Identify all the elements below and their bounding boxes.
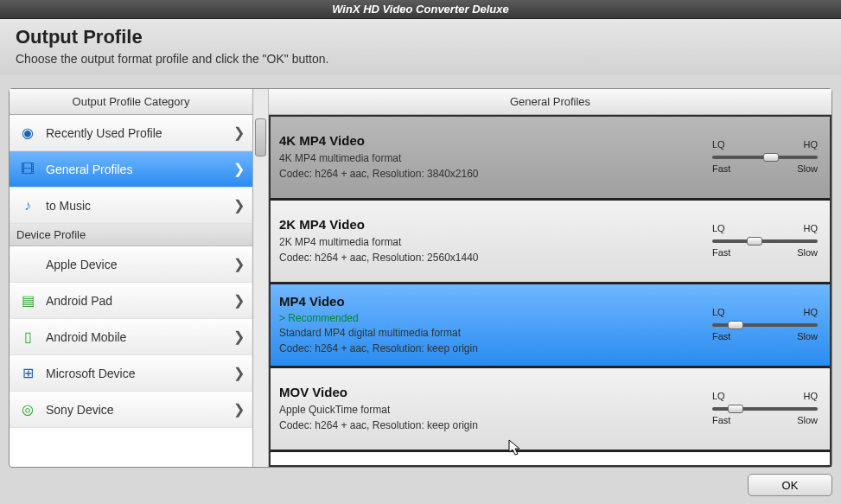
slider-thumb[interactable] <box>728 321 743 329</box>
chevron-right-icon: ❯ <box>233 296 244 306</box>
sidebar-item-label: Recently Used Profile <box>46 126 233 140</box>
slider-thumb[interactable] <box>747 237 762 246</box>
quality-control: LQHQ FastSlow <box>700 117 830 198</box>
sidebar-item-general-profiles[interactable]: 🎞 General Profiles ❯ <box>10 151 252 188</box>
lq-label: LQ <box>712 391 725 401</box>
hq-label: HQ <box>804 139 819 150</box>
hq-label: HQ <box>804 223 819 233</box>
sidebar-scrollbar[interactable] <box>253 89 269 467</box>
slow-label: Slow <box>797 331 818 341</box>
profile-4k-mp4-video[interactable]: 4K MP4 Video 4K MP4 multimedia formatCod… <box>271 117 830 201</box>
chevron-right-icon: ❯ <box>233 405 244 415</box>
scrollbar-thumb[interactable] <box>255 118 266 156</box>
main-panel: General Profiles 4K MP4 Video 4K MP4 mul… <box>269 89 831 467</box>
sidebar-item-label: Apple Device <box>46 258 233 271</box>
profile-desc: Standard MP4 digital multimedia formatCo… <box>279 326 691 356</box>
sidebar-item-apple-device[interactable]: Apple Device ❯ <box>10 246 252 283</box>
slider-track <box>712 239 818 243</box>
sidebar-item-recently-used-profile[interactable]: ◉ Recently Used Profile ❯ <box>10 115 252 151</box>
sidebar-item-label: Microsoft Device <box>46 367 233 380</box>
fast-label: Fast <box>712 331 730 341</box>
recent-circle-icon: ◉ <box>18 124 37 143</box>
quality-control: LQHQ FastSlow <box>700 284 830 366</box>
sidebar-section-device: Device Profile <box>10 224 252 246</box>
slow-label: Slow <box>797 415 818 425</box>
sidebar-item-android-pad[interactable]: ▤ Android Pad ❯ <box>10 283 252 319</box>
footer: OK <box>9 471 832 499</box>
music-note-icon: ♪ <box>18 196 37 215</box>
profile-mp4-video[interactable]: MP4 Video > Recommended Standard MP4 dig… <box>271 284 830 368</box>
quality-slider[interactable] <box>712 151 818 163</box>
quality-slider[interactable] <box>712 403 818 415</box>
header: Output Profile Choose the output format … <box>0 19 841 74</box>
profile-info: MOV Video Apple QuickTime formatCodec: h… <box>271 368 700 450</box>
quality-slider[interactable] <box>712 319 818 331</box>
chevron-right-icon: ❯ <box>233 201 244 211</box>
film-icon: 🎞 <box>18 160 37 179</box>
titlebar: WinX HD Video Converter Deluxe <box>0 0 841 19</box>
chevron-right-icon: ❯ <box>233 128 244 138</box>
sidebar: Output Profile Category ◉ Recently Used … <box>10 89 253 467</box>
profile-title: MP4 Video <box>279 294 691 309</box>
profile-desc: 2K MP4 multimedia formatCodec: h264 + aa… <box>279 235 691 265</box>
slider-thumb[interactable] <box>728 405 743 413</box>
profiles-list: 4K MP4 Video 4K MP4 multimedia formatCod… <box>269 115 831 467</box>
lq-label: LQ <box>712 223 725 233</box>
android-icon: ▯ <box>18 328 37 347</box>
page-title: Output Profile <box>16 26 825 48</box>
window-title: WinX HD Video Converter Deluxe <box>332 3 509 16</box>
profile-desc: 4K MP4 multimedia formatCodec: h264 + aa… <box>279 151 691 182</box>
apple-icon <box>18 255 37 274</box>
slider-thumb[interactable] <box>763 153 779 162</box>
fast-label: Fast <box>712 415 730 425</box>
sidebar-item-label: Sony Device <box>46 403 233 417</box>
quality-slider[interactable] <box>712 235 818 247</box>
sidebar-item-microsoft-device[interactable]: ⊞ Microsoft Device ❯ <box>10 355 252 392</box>
lq-label: LQ <box>712 307 725 317</box>
body: Output Profile Category ◉ Recently Used … <box>9 88 832 468</box>
quality-control: LQHQ FastSlow <box>700 368 830 450</box>
sidebar-item-label: Android Pad <box>46 294 233 308</box>
android-icon: ▤ <box>18 291 37 310</box>
sidebar-item-label: to Music <box>46 199 233 213</box>
profile-info: 4K MP4 Video 4K MP4 multimedia formatCod… <box>271 117 700 198</box>
main-header: General Profiles <box>269 89 831 115</box>
page-subtitle: Choose the output format profile and cli… <box>16 52 825 66</box>
windows-icon: ⊞ <box>18 364 37 383</box>
hq-label: HQ <box>804 307 819 317</box>
profile-2k-mp4-video[interactable]: 2K MP4 Video 2K MP4 multimedia formatCod… <box>271 201 830 284</box>
chevron-right-icon: ❯ <box>233 164 244 175</box>
profile-mov-video[interactable]: MOV Video Apple QuickTime formatCodec: h… <box>271 368 830 452</box>
profile-info: 2K MP4 Video 2K MP4 multimedia formatCod… <box>271 201 700 282</box>
recommended-label: > Recommended <box>279 312 691 324</box>
slow-label: Slow <box>797 163 818 174</box>
sidebar-item-label: General Profiles <box>46 163 233 176</box>
sidebar-list: ◉ Recently Used Profile ❯ 🎞 General Prof… <box>10 115 252 467</box>
sidebar-item-to-music[interactable]: ♪ to Music ❯ <box>10 188 252 224</box>
slow-label: Slow <box>797 247 818 258</box>
profile-title: 4K MP4 Video <box>279 133 691 148</box>
profile-info: MP4 Video > Recommended Standard MP4 dig… <box>271 284 700 366</box>
sidebar-header: Output Profile Category <box>10 89 252 115</box>
chevron-right-icon: ❯ <box>233 332 244 342</box>
fast-label: Fast <box>712 163 730 174</box>
chevron-right-icon: ❯ <box>233 259 244 270</box>
sidebar-item-sony-device[interactable]: ◎ Sony Device ❯ <box>10 392 252 428</box>
lq-label: LQ <box>712 139 725 150</box>
profile-title: 2K MP4 Video <box>279 217 691 232</box>
hq-label: HQ <box>804 391 819 401</box>
fast-label: Fast <box>712 247 730 258</box>
ok-button[interactable]: OK <box>748 474 832 496</box>
sony-icon: ◎ <box>18 400 37 419</box>
profile-title: MOV Video <box>279 385 691 399</box>
sidebar-item-android-mobile[interactable]: ▯ Android Mobile ❯ <box>10 319 252 355</box>
chevron-right-icon: ❯ <box>233 368 244 379</box>
sidebar-item-label: Android Mobile <box>46 330 233 344</box>
profile-desc: Apple QuickTime formatCodec: h264 + aac,… <box>279 403 691 433</box>
quality-control: LQHQ FastSlow <box>700 201 830 282</box>
